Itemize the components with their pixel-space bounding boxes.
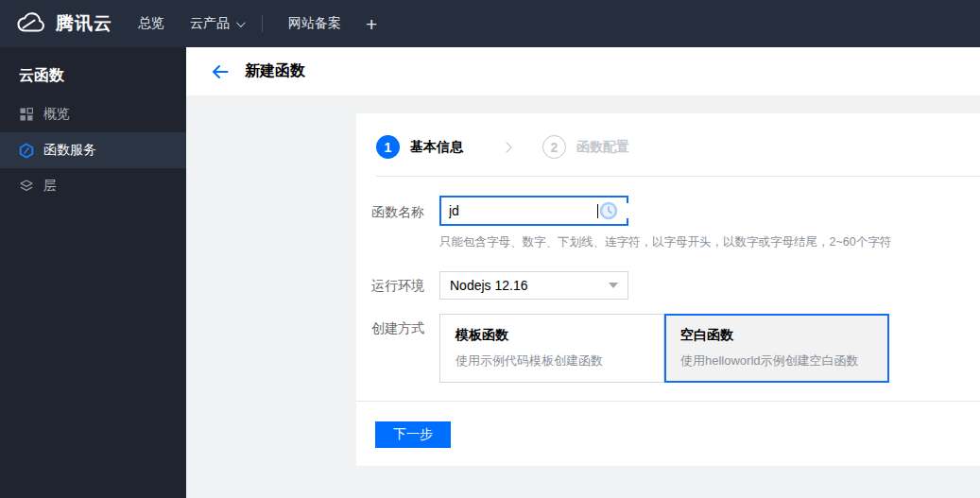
option-blank-function[interactable]: 空白函数 使用helloworld示例创建空白函数: [664, 314, 889, 383]
sidebar-item-function-service-label: 函数服务: [43, 142, 96, 159]
top-navbar: 腾讯云 总览 云产品 网站备案 +: [0, 0, 980, 47]
page-header: 新建函数: [186, 47, 980, 95]
step-2-circle: 2: [542, 135, 566, 159]
steps-divider: [376, 176, 980, 177]
navbar-divider: [262, 15, 263, 32]
brand-name: 腾讯云: [56, 11, 112, 36]
create-function-card: 1 基本信息 2 函数配置 函数名称 只能包含字母、数字、下划线、连字符，以字母…: [356, 113, 980, 466]
sidebar-title: 云函数: [0, 47, 186, 96]
runtime-label: 运行环境: [371, 278, 424, 295]
function-name-label: 函数名称: [371, 204, 424, 221]
creation-method-label: 创建方式: [371, 320, 424, 337]
page-title: 新建函数: [245, 61, 305, 81]
option-blank-function-title: 空白函数: [680, 327, 887, 344]
step-1-label: 基本信息: [410, 139, 463, 156]
nav-item-overview[interactable]: 总览: [138, 15, 164, 32]
nav-item-icp-filing-label: 网站备案: [288, 15, 341, 32]
creation-method-options: 模板函数 使用示例代码模板创建函数 空白函数 使用helloworld示例创建空…: [439, 314, 889, 383]
brand-logo[interactable]: 腾讯云: [15, 11, 112, 36]
back-arrow-icon[interactable]: [210, 62, 230, 81]
option-template-function-title: 模板函数: [456, 327, 663, 344]
nav-item-icp-filing[interactable]: 网站备案: [288, 15, 341, 32]
sidebar-item-function-service[interactable]: 函数服务: [0, 132, 186, 168]
tencent-cloud-logo-icon: [15, 12, 47, 35]
footer-divider: [356, 401, 980, 402]
option-template-function[interactable]: 模板函数 使用示例代码模板创建函数: [439, 314, 664, 383]
select-caret-icon: [609, 283, 618, 288]
runtime-selected-value: Nodejs 12.16: [450, 278, 609, 293]
layers-icon: [19, 179, 34, 194]
sidebar-item-overview-label: 概览: [43, 106, 70, 123]
function-name-field: [439, 196, 628, 226]
scf-hexagon-icon: [19, 143, 34, 158]
next-step-button[interactable]: 下一步: [375, 421, 451, 448]
grid-icon: [19, 107, 34, 122]
sidebar-item-layers[interactable]: 层: [0, 168, 186, 204]
add-shortcut-icon[interactable]: +: [366, 14, 377, 34]
wizard-steps: 1 基本信息 2 函数配置: [376, 135, 629, 159]
function-name-input[interactable]: [449, 203, 660, 218]
step-2-label: 函数配置: [576, 139, 629, 156]
option-template-function-desc: 使用示例代码模板创建函数: [456, 352, 663, 369]
content-area: 1 基本信息 2 函数配置 函数名称 只能包含字母、数字、下划线、连字符，以字母…: [186, 95, 980, 498]
nav-item-overview-label: 总览: [138, 15, 164, 32]
runtime-select[interactable]: Nodejs 12.16: [439, 271, 628, 300]
sidebar: 云函数 概览 函数服务 层: [0, 47, 186, 498]
sidebar-item-layers-label: 层: [43, 178, 57, 195]
option-blank-function-desc: 使用helloworld示例创建空白函数: [680, 352, 887, 369]
step-separator-chevron-icon: [501, 142, 511, 152]
pending-clock-icon: [598, 200, 619, 221]
nav-item-cloud-products-label: 云产品: [190, 15, 230, 32]
sidebar-item-overview[interactable]: 概览: [0, 96, 186, 132]
step-1-circle: 1: [376, 135, 400, 159]
nav-item-cloud-products[interactable]: 云产品: [190, 15, 243, 32]
chevron-down-icon: [236, 18, 246, 27]
function-name-hint: 只能包含字母、数字、下划线、连字符，以字母开头，以数字或字母结尾，2~60个字符: [439, 234, 891, 250]
